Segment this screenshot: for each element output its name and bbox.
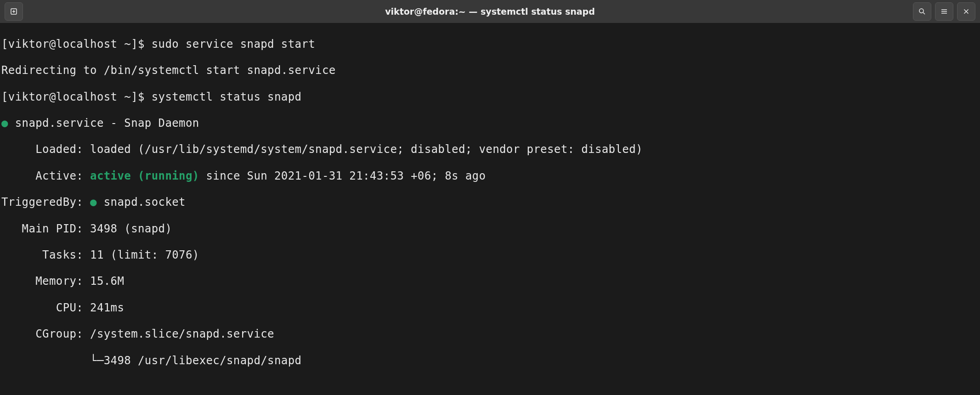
svg-line-4 (923, 12, 925, 14)
active-label: Active: (1, 169, 90, 182)
terminal-line: Active: active (running) since Sun 2021-… (1, 169, 979, 183)
terminal-line: └─3498 /usr/libexec/snapd/snapd (1, 354, 979, 367)
terminal-line: TriggeredBy: ● snapd.socket (1, 196, 979, 209)
prompt: [viktor@localhost ~]$ (1, 38, 152, 51)
svg-point-3 (919, 9, 923, 13)
new-tab-icon (10, 7, 18, 16)
service-header: snapd.service - Snap Daemon (8, 117, 199, 130)
terminal-line: Memory: 15.6M (1, 275, 979, 288)
search-icon (918, 7, 926, 16)
status-dot-icon: ● (90, 196, 97, 209)
prompt: [viktor@localhost ~]$ (1, 90, 152, 103)
close-button[interactable] (957, 2, 975, 21)
terminal-line: Tasks: 11 (limit: 7076) (1, 248, 979, 262)
window-title: viktor@fedora:~ — systemctl status snapd (0, 6, 980, 17)
terminal-line: CPU: 241ms (1, 301, 979, 315)
terminal-line: CGroup: /system.slice/snapd.service (1, 327, 979, 341)
new-tab-button[interactable] (5, 2, 23, 21)
close-icon (962, 7, 970, 16)
terminal-line: [viktor@localhost ~]$ sudo service snapd… (1, 38, 979, 51)
search-button[interactable] (913, 2, 931, 21)
titlebar: viktor@fedora:~ — systemctl status snapd (0, 0, 980, 23)
command-text: sudo service snapd start (152, 38, 315, 51)
triggered-label: TriggeredBy: (1, 196, 90, 209)
active-detail: since Sun 2021-01-31 21:43:53 +06; 8s ag… (199, 169, 486, 182)
status-dot-icon: ● (1, 117, 8, 130)
hamburger-icon (940, 7, 948, 16)
terminal-line: Loaded: loaded (/usr/lib/systemd/system/… (1, 143, 979, 156)
command-text: systemctl status snapd (152, 90, 302, 103)
active-status: active (running) (90, 169, 199, 182)
terminal-line: [viktor@localhost ~]$ systemctl status s… (1, 90, 979, 104)
terminal-line: Main PID: 3498 (snapd) (1, 222, 979, 236)
terminal-line: Redirecting to /bin/systemctl start snap… (1, 64, 979, 77)
terminal-output[interactable]: [viktor@localhost ~]$ sudo service snapd… (0, 23, 980, 395)
terminal-line: ● snapd.service - Snap Daemon (1, 117, 979, 130)
triggered-value: snapd.socket (97, 196, 186, 209)
menu-button[interactable] (935, 2, 953, 21)
